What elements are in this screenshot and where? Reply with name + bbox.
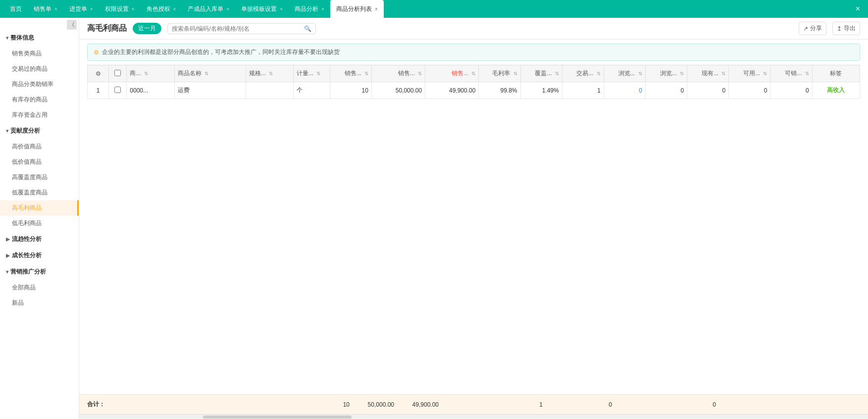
table-row: 1 0000... 运费 个 10 50,000.00 49,900.00 99… <box>88 82 860 99</box>
nav-tab-template[interactable]: 单据模板设置 × <box>235 0 289 18</box>
th-code[interactable]: 商... ⇅ <box>127 65 174 82</box>
close-icon[interactable]: × <box>132 6 135 12</box>
th-available[interactable]: 可用... ⇅ <box>729 65 770 82</box>
nav-tab-permissions[interactable]: 权限设置 × <box>99 0 141 18</box>
top-navigation: 首页 销售单 × 进货单 × 权限设置 × 角色授权 × 产成品入库单 × 单据… <box>0 0 868 18</box>
close-icon[interactable]: × <box>226 6 229 12</box>
sidebar-item-in-stock[interactable]: 有库存的商品 <box>0 92 79 107</box>
filter-recent-month-button[interactable]: 近一月 <box>133 23 161 34</box>
td-browse1[interactable]: 0 <box>604 82 645 99</box>
footer-trans: 1 <box>511 401 546 408</box>
sidebar-group-trend[interactable]: ▶ 流趋性分析 <box>0 231 79 247</box>
sort-icon: ⇅ <box>805 71 809 76</box>
export-icon: ↥ <box>837 25 842 32</box>
table-header-row: ⚙ 商... ⇅ 商品名称 ⇅ 规格... ⇅ <box>88 65 860 82</box>
sidebar-item-low-coverage[interactable]: 低覆盖度商品 <box>0 185 79 200</box>
th-checkbox[interactable] <box>109 65 127 82</box>
td-checkbox[interactable] <box>109 82 127 99</box>
nav-close-button[interactable]: × <box>852 4 864 13</box>
sidebar-item-high-coverage[interactable]: 高覆盖度商品 <box>0 170 79 185</box>
sidebar-item-all-goods[interactable]: 全部商品 <box>0 280 79 295</box>
th-sales-qty[interactable]: 销售... ⇅ <box>330 65 371 82</box>
th-coverage[interactable]: 覆盖... ⇅ <box>520 65 562 82</box>
nav-tab-product-in[interactable]: 产成品入库单 × <box>182 0 235 18</box>
expand-arrow-icon: ▶ <box>6 253 10 258</box>
td-coverage: 1.49% <box>520 82 562 99</box>
close-icon[interactable]: × <box>54 6 57 12</box>
sort-icon: ⇅ <box>471 71 475 76</box>
close-icon[interactable]: × <box>321 6 324 12</box>
sidebar-item-category-rate[interactable]: 商品分类助销率 <box>0 77 79 92</box>
sidebar-item-stock-capital[interactable]: 库存资金占用 <box>0 107 79 123</box>
sidebar-group-contribution[interactable]: ▾ 贡献度分析 <box>0 123 79 139</box>
sidebar-item-sales-goods[interactable]: 销售类商品 <box>0 46 79 61</box>
sidebar-item-low-margin[interactable]: 低毛利商品 <box>0 216 79 231</box>
horizontal-scrollbar[interactable] <box>79 414 868 419</box>
sort-icon: ⇅ <box>680 71 684 76</box>
close-icon[interactable]: × <box>90 6 93 12</box>
th-gross-rate[interactable]: 毛利率 ⇅ <box>479 65 520 82</box>
td-sales-qty: 10 <box>330 82 371 99</box>
sidebar-group-marketing-items: 全部商品 新品 <box>0 280 79 311</box>
sidebar-group-marketing[interactable]: ▾ 营销推广分析 <box>0 264 79 280</box>
th-spec[interactable]: 规格... ⇅ <box>246 65 293 82</box>
sidebar-group-growth[interactable]: ▶ 成长性分析 <box>0 247 79 264</box>
sort-icon: ⇅ <box>144 71 148 76</box>
th-sales-amt[interactable]: 销售... ⇅ <box>371 65 425 82</box>
th-settings[interactable]: ⚙ <box>88 65 109 82</box>
main-area: 《 ▾ 整体信息 销售类商品 交易过的商品 商品分类助销率 有库存的商品 <box>0 18 868 419</box>
td-unit: 个 <box>294 82 330 99</box>
expand-arrow-icon: ▾ <box>6 269 8 275</box>
sort-icon: ⇅ <box>269 71 273 76</box>
sidebar-item-new-goods[interactable]: 新品 <box>0 295 79 311</box>
footer-total-label: 合计： <box>87 400 117 409</box>
th-unit[interactable]: 计量... ⇅ <box>294 65 330 82</box>
header-actions: ↗ 分享 ↥ 导出 <box>799 22 860 35</box>
footer-cols: 10 50,000.00 49,900.00 1 0 0 <box>117 401 860 408</box>
content-area: 高毛利商品 近一月 🔍 ↗ 分享 ↥ 导出 ⚙ 企业的主要的利润都是这部分商品创… <box>79 18 868 419</box>
nav-tab-analysis-list[interactable]: 商品分析列表 × <box>330 0 384 18</box>
th-sales-cost[interactable]: 销售... ⇅ <box>425 65 479 82</box>
search-input[interactable] <box>172 25 304 32</box>
nav-tab-roles[interactable]: 角色授权 × <box>141 0 182 18</box>
sort-icon: ⇅ <box>364 71 368 76</box>
th-name[interactable]: 商品名称 ⇅ <box>174 65 246 82</box>
nav-tab-sales[interactable]: 销售单 × <box>28 0 63 18</box>
sidebar-item-low-value[interactable]: 低价值商品 <box>0 154 79 170</box>
sidebar-item-traded-goods[interactable]: 交易过的商品 <box>0 61 79 77</box>
sidebar-item-high-value[interactable]: 高价值商品 <box>0 139 79 154</box>
share-icon: ↗ <box>803 25 808 32</box>
th-browse1[interactable]: 浏览... ⇅ <box>604 65 645 82</box>
sidebar-collapse-button[interactable]: 《 <box>67 20 77 30</box>
nav-tab-home[interactable]: 首页 <box>4 0 28 18</box>
tip-bar: ⚙ 企业的主要的利润都是这部分商品创造的，可考虑加大推广，同时关注库存量不要出现… <box>87 44 860 61</box>
close-icon[interactable]: × <box>173 6 176 12</box>
th-current-stock[interactable]: 现有... ⇅ <box>687 65 729 82</box>
search-box: 🔍 <box>167 23 316 34</box>
nav-tab-product-analysis[interactable]: 商品分析 × <box>289 0 330 18</box>
export-button[interactable]: ↥ 导出 <box>832 22 860 35</box>
td-name: 运费 <box>174 82 246 99</box>
td-sales-amt: 50,000.00 <box>371 82 425 99</box>
sidebar-group-overall[interactable]: ▾ 整体信息 <box>0 30 79 46</box>
row-checkbox[interactable] <box>114 87 121 93</box>
th-browse2[interactable]: 浏览... ⇅ <box>645 65 687 82</box>
sidebar-item-high-margin[interactable]: 高毛利商品 <box>0 200 79 216</box>
footer-sales-amt: 50,000.00 <box>353 401 397 408</box>
page-title: 高毛利商品 <box>87 23 127 34</box>
content-header: 高毛利商品 近一月 🔍 ↗ 分享 ↥ 导出 <box>79 18 868 40</box>
th-saleable[interactable]: 可销... ⇅ <box>770 65 812 82</box>
scrollbar-thumb[interactable] <box>203 416 352 419</box>
select-all-checkbox[interactable] <box>114 70 121 76</box>
browse1-link[interactable]: 0 <box>639 87 642 94</box>
td-spec <box>246 82 293 99</box>
search-icon[interactable]: 🔍 <box>304 25 311 32</box>
share-button[interactable]: ↗ 分享 <box>799 22 826 35</box>
sidebar-group-contribution-items: 高价值商品 低价值商品 高覆盖度商品 低覆盖度商品 高毛利商品 低毛利商品 <box>0 139 79 231</box>
nav-tab-purchase[interactable]: 进货单 × <box>63 0 99 18</box>
sort-icon: ⇅ <box>418 71 422 76</box>
close-icon[interactable]: × <box>375 6 378 12</box>
th-transactions[interactable]: 交易... ⇅ <box>562 65 604 82</box>
footer-saleable: 0 <box>684 401 719 408</box>
close-icon[interactable]: × <box>280 6 283 12</box>
